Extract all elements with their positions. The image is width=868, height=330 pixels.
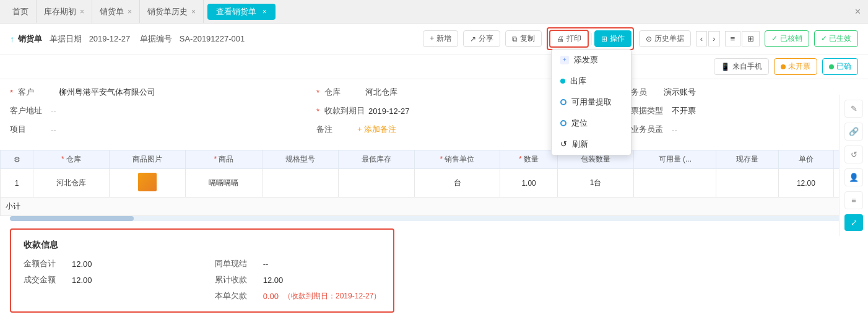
doc-date-label: 单据日期 2019-12-27 bbox=[50, 33, 130, 45]
not-open-button[interactable]: 未开票 bbox=[774, 58, 817, 75]
prev-button[interactable]: ‹ bbox=[696, 31, 707, 46]
next-button[interactable]: › bbox=[708, 31, 719, 46]
document-header: ↑ 销货单 单据日期 2019-12-27 单据编号 SA-20191227-0… bbox=[0, 24, 868, 54]
payment-section: 收款信息 金额合计 12.00 同单现结 -- 成交金额 12.00 累计收款 … bbox=[0, 221, 868, 320]
print-icon: 🖨 bbox=[557, 35, 564, 43]
payment-deal-row: 成交金额 12.00 bbox=[24, 274, 190, 285]
row-unit: 台 bbox=[414, 169, 500, 198]
col-gear: ⚙ bbox=[1, 150, 33, 169]
scroll-thumb[interactable] bbox=[10, 216, 134, 221]
dropdown-outbound[interactable]: 出库 bbox=[552, 71, 631, 92]
tab-home-label: 首页 bbox=[12, 6, 28, 17]
history-button[interactable]: ⊙ 历史单据 bbox=[639, 30, 691, 47]
dropdown-add-invoice[interactable]: + 添发票 bbox=[552, 50, 631, 71]
cumulative-value: 12.00 bbox=[263, 276, 284, 285]
tab-home[interactable]: 首页 bbox=[5, 0, 37, 23]
sidebar-user-icon[interactable]: 👤 bbox=[844, 168, 863, 186]
doc-actions: + 新增 ↗ 分享 ⧉ 复制 🖨 打印 ⊞ 操作 bbox=[423, 27, 858, 50]
row-available bbox=[634, 169, 716, 198]
dropdown-locate[interactable]: 定位 bbox=[552, 113, 631, 134]
tab-inventory-close[interactable]: × bbox=[80, 7, 84, 16]
payment-same-settle-row: 同单现结 -- bbox=[215, 258, 381, 269]
row-pack-qty: 1台 bbox=[558, 169, 634, 198]
payment-box: 收款信息 金额合计 12.00 同单现结 -- 成交金额 12.00 累计收款 … bbox=[10, 228, 394, 313]
row-quantity: 1.00 bbox=[500, 169, 558, 198]
note-label: 备注 bbox=[316, 124, 354, 135]
share-button[interactable]: ↗ 分享 bbox=[463, 30, 500, 47]
col-price: 单价 bbox=[778, 150, 833, 169]
share-icon: ↗ bbox=[470, 35, 476, 43]
doc-number-value: SA-20191227-001 bbox=[180, 34, 245, 43]
grid-view-button[interactable]: ⊞ bbox=[742, 31, 760, 46]
row-spec bbox=[262, 169, 338, 198]
project-label: 项目 bbox=[10, 124, 47, 135]
subtotal-label: 小计 bbox=[1, 198, 868, 216]
tab-history-close[interactable]: × bbox=[191, 7, 196, 16]
sidebar-link-icon[interactable]: 🔗 bbox=[844, 123, 863, 141]
sidebar-edit-icon[interactable]: ✎ bbox=[844, 100, 863, 118]
payment-due-row: 本单欠款 0.00 （收款到期日：2019-12-27） bbox=[215, 290, 381, 302]
customer-label: 客户 bbox=[18, 87, 55, 98]
print-button[interactable]: 🖨 打印 bbox=[549, 30, 589, 48]
add-note-button[interactable]: 添加备注 bbox=[357, 124, 396, 135]
copy-button[interactable]: ⧉ 复制 bbox=[505, 30, 542, 47]
new-button[interactable]: + 新增 bbox=[423, 30, 458, 47]
deal-label: 成交金额 bbox=[24, 274, 67, 285]
dropdown-available-qty[interactable]: 可用量提取 bbox=[552, 92, 631, 113]
doc-type-icon: ↑ bbox=[10, 34, 14, 44]
payment-title: 收款信息 bbox=[24, 240, 381, 251]
settings-icon[interactable]: ⚙ bbox=[14, 155, 20, 164]
from-phone-button[interactable]: 📱 来自手机 bbox=[714, 58, 769, 75]
data-table: ⚙ * 仓库 商品图片 * 商品 规格型号 最低库存 * 销售单位 bbox=[0, 150, 868, 216]
tab-sales-history[interactable]: 销货单历史 × bbox=[140, 0, 204, 23]
status-effective-button[interactable]: ✓ 已生效 bbox=[814, 30, 858, 47]
customer-value: 柳州粤港平安气体有限公司 bbox=[59, 87, 155, 98]
sidebar-list-icon[interactable]: ≡ bbox=[844, 191, 863, 209]
scroll-indicator[interactable] bbox=[10, 216, 858, 221]
project-value: -- bbox=[51, 125, 56, 134]
cumulative-label: 累计收款 bbox=[215, 274, 258, 285]
doc-date-value: 2019-12-27 bbox=[89, 34, 131, 43]
payment-amount-row: 金额合计 12.00 bbox=[24, 258, 190, 269]
col-product: * 商品 bbox=[186, 150, 262, 169]
tab-sales-label: 销货单 bbox=[100, 6, 124, 17]
dropdown-refresh[interactable]: ↺ 刷新 bbox=[552, 134, 631, 155]
row-stock bbox=[716, 169, 778, 198]
row-image bbox=[110, 169, 186, 198]
warehouse-label: 仓库 bbox=[324, 87, 362, 98]
doc-type-label: 销货单 bbox=[18, 33, 42, 45]
table-body: 1 河北仓库 嗝嗝嗝嗝 台 1.00 1台 12.00 0. bbox=[1, 169, 868, 216]
operate-icon: ⊞ bbox=[601, 35, 607, 43]
tab-sales-order[interactable]: 销货单 × bbox=[92, 0, 140, 23]
table-row: 1 河北仓库 嗝嗝嗝嗝 台 1.00 1台 12.00 0. bbox=[1, 169, 868, 198]
same-settle-label: 同单现结 bbox=[215, 258, 258, 269]
address-label: 客户地址 bbox=[10, 105, 47, 116]
tab-view-close[interactable]: × bbox=[263, 7, 267, 16]
view-toggle: ≡ ⊞ bbox=[725, 31, 760, 46]
window-close-button[interactable]: × bbox=[855, 6, 861, 17]
ticket-label: 票据类型 bbox=[631, 105, 668, 116]
tab-view-sales[interactable]: 查看销货单 × bbox=[207, 4, 276, 20]
operate-button[interactable]: ⊞ 操作 bbox=[594, 30, 631, 47]
dropdown-menu: + 添发票 出库 可用量提取 bbox=[551, 49, 631, 155]
sidebar-expand-icon[interactable]: ⤢ bbox=[844, 214, 863, 231]
ticket-type-field: * 票据类型 不开票 bbox=[623, 105, 858, 116]
row-min-stock bbox=[338, 169, 414, 198]
outbound-icon bbox=[560, 79, 565, 84]
doc-number-label: 单据编号 SA-20191227-001 bbox=[140, 33, 245, 45]
list-view-button[interactable]: ≡ bbox=[725, 31, 741, 46]
status-sold-button[interactable]: ✓ 已核销 bbox=[765, 30, 809, 47]
confirm-button[interactable]: 已确 bbox=[822, 58, 858, 75]
payment-date-required-star: * bbox=[316, 106, 319, 116]
sidebar-sync-icon[interactable]: ↺ bbox=[844, 145, 863, 163]
tab-sales-close[interactable]: × bbox=[128, 7, 132, 16]
phone-icon: 📱 bbox=[721, 63, 730, 71]
table-header: ⚙ * 仓库 商品图片 * 商品 规格型号 最低库存 * 销售单位 bbox=[1, 150, 868, 169]
main-content: ↑ 销货单 单据日期 2019-12-27 单据编号 SA-20191227-0… bbox=[0, 24, 868, 330]
customer-required-star: * bbox=[10, 88, 13, 97]
project-field: 项目 -- bbox=[10, 124, 304, 135]
row-product: 嗝嗝嗝嗝 bbox=[186, 169, 262, 198]
form-row-2: 客户地址 -- * 收款到期日 2019-12-27 * 票据类型 不开票 bbox=[10, 105, 858, 116]
tab-inventory-init[interactable]: 库存期初 × bbox=[37, 0, 92, 23]
amount-value: 12.00 bbox=[72, 259, 92, 269]
